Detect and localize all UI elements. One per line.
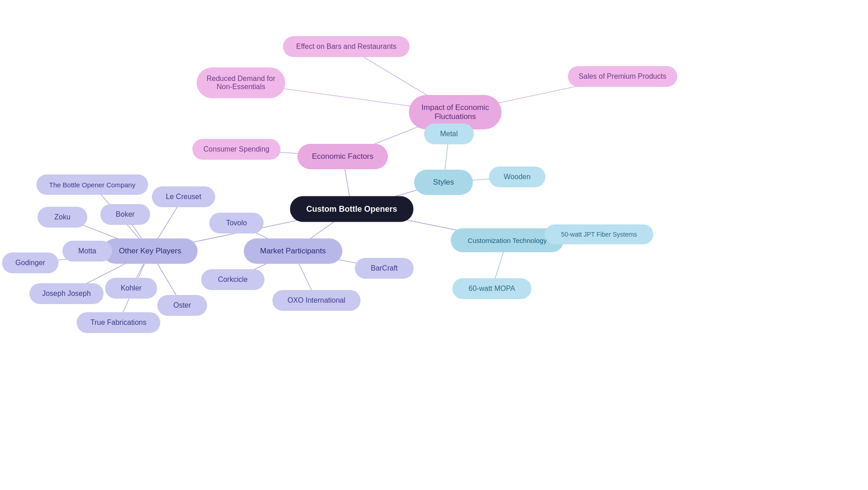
- metal-node[interactable]: Metal: [424, 124, 474, 144]
- bottle-opener-co-node[interactable]: The Bottle Opener Company: [37, 175, 148, 195]
- center-node[interactable]: Custom Bottle Openers: [290, 196, 413, 222]
- boker-node[interactable]: Boker: [100, 204, 150, 225]
- sales-premium-node[interactable]: Sales of Premium Products: [568, 66, 677, 87]
- joseph-joseph-node[interactable]: Joseph Joseph: [29, 283, 104, 304]
- barcraft-node[interactable]: BarCraft: [355, 258, 414, 279]
- zoku-node[interactable]: Zoku: [38, 207, 87, 228]
- styles-node[interactable]: Styles: [414, 170, 473, 195]
- consumer-spending-node[interactable]: Consumer Spending: [193, 139, 281, 160]
- true-fabrications-node[interactable]: True Fabrications: [77, 312, 160, 333]
- oxo-node[interactable]: OXO International: [273, 290, 361, 311]
- kohler-node[interactable]: Kohler: [105, 278, 157, 299]
- market-participants-node[interactable]: Market Participants: [244, 238, 342, 264]
- fifty-watt-node[interactable]: 50-watt JPT Fiber Systems: [545, 224, 653, 244]
- godinger-node[interactable]: Godinger: [2, 252, 59, 273]
- economic-factors-node[interactable]: Economic Factors: [297, 144, 388, 169]
- tovolo-node[interactable]: Tovolo: [209, 213, 264, 233]
- corkcicle-node[interactable]: Corkcicle: [201, 269, 264, 290]
- wooden-node[interactable]: Wooden: [489, 167, 546, 187]
- reduced-demand-node[interactable]: Reduced Demand for Non-Essentials: [197, 67, 285, 98]
- le-creuset-node[interactable]: Le Creuset: [152, 186, 215, 207]
- oster-node[interactable]: Oster: [157, 295, 207, 316]
- other-key-players-node[interactable]: Other Key Players: [103, 238, 198, 264]
- effect-bars-node[interactable]: Effect on Bars and Restaurants: [283, 36, 410, 57]
- sixty-watt-node[interactable]: 60-watt MOPA: [453, 278, 532, 299]
- motta-node[interactable]: Motta: [62, 241, 112, 262]
